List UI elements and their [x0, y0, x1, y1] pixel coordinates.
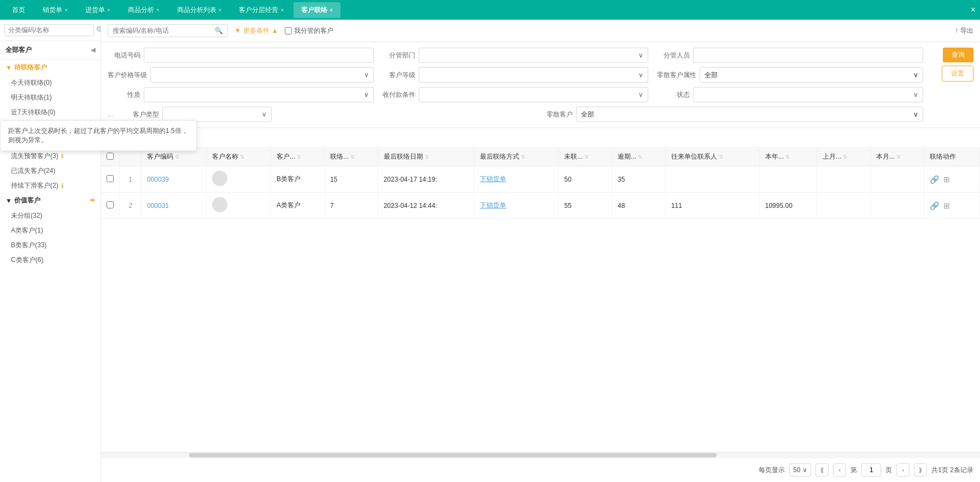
- more-conditions-toggle[interactable]: ▼ 更多条件 ▲: [234, 26, 278, 36]
- query-button[interactable]: 查询: [943, 48, 973, 62]
- all-customers-header[interactable]: 全部客户 ◀: [0, 41, 101, 60]
- close-tab-product-analysis-list[interactable]: ×: [219, 7, 222, 13]
- prev-page-button[interactable]: ‹: [833, 463, 846, 477]
- first-page-button[interactable]: ⟪: [815, 463, 829, 477]
- close-tab-sales[interactable]: ×: [64, 7, 68, 13]
- dept-select[interactable]: ∨: [419, 48, 649, 63]
- sort-icon-level: ⇅: [297, 154, 301, 160]
- sidebar-item-continuous-down[interactable]: 持续下滑客户(2) ℹ: [0, 178, 101, 193]
- scrollbar-thumb[interactable]: [189, 453, 717, 457]
- tab-purchase-order[interactable]: 进货单 ×: [78, 2, 118, 18]
- page-number-input[interactable]: [861, 463, 881, 477]
- close-tab-purchase[interactable]: ×: [107, 7, 110, 13]
- sidebar-item-7days[interactable]: 近7天待联络(0): [0, 105, 101, 120]
- close-tab-product-analysis[interactable]: ×: [156, 7, 160, 13]
- filter-payment: 收付款条件 ∨: [383, 87, 649, 102]
- th-no-contact[interactable]: 未联... ⇅: [559, 148, 612, 166]
- grid-icon-1[interactable]: ⊞: [943, 175, 950, 184]
- sidebar-search-input[interactable]: [4, 24, 94, 36]
- row-action-2: 🔗 ⊞: [924, 193, 979, 219]
- horizontal-scrollbar[interactable]: [101, 452, 980, 457]
- person-input[interactable]: [693, 48, 923, 63]
- th-last-method[interactable]: 最后联络方式 ⇅: [474, 148, 559, 166]
- price-level-label: 客户价格等级: [108, 71, 147, 80]
- my-customers-check[interactable]: [285, 27, 292, 34]
- sidebar-item-tomorrow[interactable]: 明天待联络(1): [0, 90, 101, 105]
- price-level-select[interactable]: ∨: [150, 67, 374, 83]
- th-contact-count[interactable]: 联络... ⇅: [324, 148, 378, 166]
- sidebar-item-c-class[interactable]: C类客户(6): [0, 253, 101, 268]
- th-last-month[interactable]: 上月... ⇅: [817, 148, 871, 166]
- tab-home[interactable]: 首页: [4, 2, 33, 18]
- status-select[interactable]: ∨: [693, 87, 923, 102]
- next-page-button[interactable]: ›: [896, 463, 909, 477]
- th-name[interactable]: 客户名称 ⇅: [206, 148, 271, 166]
- avatar-2: [212, 197, 227, 212]
- sidebar-item-lost-warning[interactable]: 流失预警客户(3) ℹ: [0, 149, 101, 164]
- row-checkbox-2[interactable]: [101, 193, 120, 219]
- retail-customer-select[interactable]: 全部 ∨: [576, 107, 923, 122]
- filter-search-box: 🔍: [108, 24, 228, 37]
- link-icon-1[interactable]: 🔗: [930, 175, 939, 184]
- tab-product-analysis-list[interactable]: 商品分析列表 ×: [169, 2, 230, 18]
- close-tab-contact[interactable]: ×: [330, 7, 333, 13]
- retail-attr-select[interactable]: 全部 ∨: [700, 67, 923, 83]
- tab-sales-order[interactable]: 销货单 ×: [35, 2, 75, 18]
- th-last-date[interactable]: 最后联络日期 ⇅: [378, 148, 474, 166]
- customer-level-select[interactable]: ∨: [419, 67, 649, 83]
- row-action-1: 🔗 ⊞: [924, 166, 979, 193]
- row-name-1: [206, 166, 271, 193]
- row-last-month-2: [817, 193, 871, 219]
- window-close-button[interactable]: ×: [971, 5, 976, 14]
- payment-select[interactable]: ∨: [419, 87, 649, 102]
- table-toolbar: ⚙: [101, 128, 980, 148]
- pending-contact-group[interactable]: ▼ 待联络客户: [0, 60, 101, 76]
- sidebar-item-today[interactable]: 今天待联络(0): [0, 76, 101, 90]
- export-button[interactable]: ↑ 导出: [955, 26, 973, 36]
- sidebar: 🔍 全部客户 ◀ ▼ 待联络客户 今天待联络(0) 明天待联络(1) 近7天待联…: [0, 20, 101, 482]
- row-code-2[interactable]: 000031: [142, 193, 207, 219]
- last-page-button[interactable]: ⟫: [914, 463, 927, 477]
- grid-icon-2[interactable]: ⊞: [943, 201, 950, 210]
- row-checkbox-1[interactable]: [101, 166, 120, 193]
- sidebar-item-a-class[interactable]: A类客户(1): [0, 223, 101, 238]
- sidebar-item-already-lost[interactable]: 已流失客户(24): [0, 164, 101, 178]
- collapse-icon[interactable]: ◀: [91, 47, 95, 54]
- value-customer-group[interactable]: ▼ 价值客户 ✏: [0, 193, 101, 208]
- th-this-month[interactable]: 本月... ⇅: [870, 148, 924, 166]
- filter-customer-level: 客户等级 ∨: [383, 67, 649, 83]
- select-all-checkbox[interactable]: [107, 153, 114, 160]
- per-page-select[interactable]: 50 ∨: [789, 463, 811, 477]
- row-no-contact-2: 55: [559, 193, 612, 219]
- sidebar-item-ungrouped[interactable]: 未分组(32): [0, 208, 101, 223]
- customer-type-select[interactable]: ∨: [162, 107, 272, 122]
- row-code-1[interactable]: 000039: [142, 166, 207, 193]
- row-overdue-1: 35: [612, 166, 666, 193]
- link-icon-2[interactable]: 🔗: [930, 201, 939, 210]
- th-this-year[interactable]: 本年... ⇅: [759, 148, 817, 166]
- phone-input[interactable]: [144, 48, 374, 63]
- sort-icon-person: ⇅: [719, 154, 723, 160]
- filter-search-icon[interactable]: 🔍: [215, 27, 223, 34]
- sort-icon-year: ⇅: [785, 154, 790, 160]
- filter-retail-customer: 零散客户 全部 ∨: [540, 107, 923, 122]
- row-date-1: 2023-04-17 14:19:: [378, 166, 474, 193]
- row-level-1: B类客户: [271, 166, 325, 193]
- close-tab-segmentation[interactable]: ×: [280, 7, 284, 13]
- th-contact-person[interactable]: 往来单位联系人 ⇅: [665, 148, 759, 166]
- sidebar-search-icon[interactable]: 🔍: [96, 26, 101, 34]
- th-overdue[interactable]: 逾期... ⇅: [612, 148, 666, 166]
- gender-select[interactable]: ∨: [144, 87, 374, 102]
- tab-product-analysis[interactable]: 商品分析 ×: [120, 2, 167, 18]
- my-customers-checkbox[interactable]: 我分管的客户: [285, 26, 333, 36]
- row-method-1[interactable]: 下销货单: [474, 166, 559, 193]
- tab-customer-segmentation[interactable]: 客户分层经营 ×: [231, 2, 291, 18]
- filter-search-input[interactable]: [113, 27, 213, 34]
- tab-customer-contact[interactable]: 客户联络 ×: [294, 2, 341, 18]
- th-level[interactable]: 客户... ⇅: [271, 148, 325, 166]
- settings-button[interactable]: 设置: [942, 66, 973, 82]
- row-method-2[interactable]: 下销货单: [474, 193, 559, 219]
- sort-icon-last-month: ⇅: [843, 154, 847, 160]
- sidebar-item-b-class[interactable]: B类客户(33): [0, 238, 101, 253]
- row-person-2: 111: [665, 193, 759, 219]
